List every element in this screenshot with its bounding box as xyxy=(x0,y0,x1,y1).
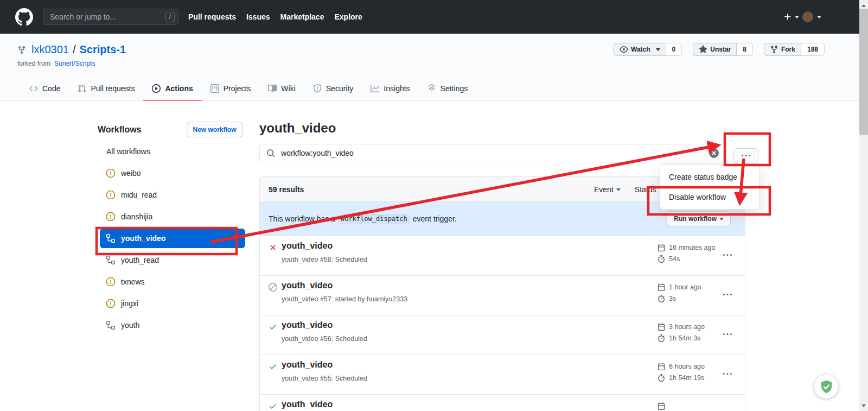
tab-projects[interactable]: Projects xyxy=(202,77,260,101)
run-title-link[interactable]: youth_video xyxy=(282,360,333,370)
scroll-down-icon[interactable] xyxy=(859,402,868,411)
run-title-link[interactable]: youth_video xyxy=(282,241,333,251)
run-options-kebab-icon[interactable] xyxy=(723,251,732,260)
global-search-input[interactable] xyxy=(49,12,165,22)
tab-security[interactable]: Security xyxy=(304,77,362,101)
run-workflow-button[interactable]: Run workflow xyxy=(667,211,731,226)
sidebar-item-weibo[interactable]: weibo xyxy=(95,162,247,184)
user-menu[interactable] xyxy=(802,11,821,22)
star-group: Unstar 8 xyxy=(693,43,753,56)
tab-label: Projects xyxy=(224,84,251,93)
sidebar-item-dianshijia[interactable]: dianshijia xyxy=(95,206,247,227)
tab-code[interactable]: Code xyxy=(21,77,69,101)
run-options-kebab-icon[interactable] xyxy=(723,330,732,339)
run-subtitle: youth_video #55: Scheduled xyxy=(282,375,367,382)
global-nav-pull-requests[interactable]: Pull requests xyxy=(188,12,236,21)
watch-button[interactable]: Watch xyxy=(614,43,666,56)
workflow-runs-search[interactable] xyxy=(259,144,725,162)
sidebar-item-jingxi[interactable]: jingxi xyxy=(95,293,247,314)
workflow-run-row[interactable]: youth_videoyouth_video #58: Scheduled16 … xyxy=(260,236,745,275)
notice-text: event trigger. xyxy=(413,214,457,223)
repo-owner-link[interactable]: lxk0301 xyxy=(31,43,69,56)
global-nav-explore[interactable]: Explore xyxy=(334,12,362,21)
menu-item-disable-workflow[interactable]: Disable workflow xyxy=(660,187,759,207)
github-actions-page: / Pull requestsIssuesMarketplaceExplore … xyxy=(0,0,868,411)
fork-button[interactable]: Fork xyxy=(764,43,801,56)
run-options-kebab-icon[interactable] xyxy=(723,290,732,299)
code-icon xyxy=(29,84,38,93)
results-count: 59 results xyxy=(269,185,304,194)
github-logo-icon[interactable] xyxy=(15,8,33,26)
run-time-text: 6 hours ago xyxy=(669,363,705,370)
repo-action-buttons: Watch 0 Unstar 8 Fork 188 xyxy=(614,43,825,56)
sidebar-item-label: weibo xyxy=(121,169,141,178)
failed-x-icon xyxy=(269,243,277,252)
tab-label: Pull requests xyxy=(91,84,135,93)
warning-icon xyxy=(106,299,115,308)
forked-from-link[interactable]: Sunert/Scripts xyxy=(54,60,95,67)
sidebar-item-label: youth_video xyxy=(121,234,165,243)
notice-text: This workflow has a xyxy=(269,214,335,223)
filter-status[interactable]: Status xyxy=(635,185,663,194)
tab-wiki[interactable]: Wiki xyxy=(259,77,304,101)
sidebar-item-youth-video[interactable]: youth_video xyxy=(100,229,245,248)
sidebar-item-label: youth xyxy=(121,321,139,330)
sidebar-item-youth-read[interactable]: youth_read xyxy=(95,249,247,271)
calendar-icon xyxy=(658,244,665,251)
tab-pull-requests[interactable]: Pull requests xyxy=(69,77,143,101)
workflow-options-menu: Create status badgeDisable workflow xyxy=(660,165,760,210)
filter-label: Event xyxy=(594,185,614,194)
repo-name-link[interactable]: Scripts-1 xyxy=(80,43,126,56)
clear-search-icon[interactable] xyxy=(709,148,719,158)
chevron-down-icon xyxy=(719,218,724,223)
run-title-link[interactable]: youth_video xyxy=(282,320,333,330)
menu-item-create-status-badge[interactable]: Create status badge xyxy=(660,167,759,187)
sidebar-item-label: midu_read xyxy=(121,191,157,199)
workflow-run-row[interactable]: youth_videoyouth_video #57: started by h… xyxy=(260,275,745,315)
run-time-text: 1 hour ago xyxy=(669,283,701,291)
sidebar-item-txnews[interactable]: txnews xyxy=(95,271,247,293)
sidebar-item-youth[interactable]: youth xyxy=(95,314,247,336)
run-title-link[interactable]: youth_video xyxy=(282,281,333,290)
sidebar-item-all-workflows[interactable]: All workflows xyxy=(95,141,247,162)
shield-check-icon xyxy=(819,380,834,394)
chevron-down-icon xyxy=(656,48,660,53)
workflow-runs-search-input[interactable] xyxy=(280,148,709,158)
gear-icon xyxy=(427,84,436,93)
shield-icon xyxy=(313,84,322,93)
tab-label: Code xyxy=(42,84,60,93)
fork-count[interactable]: 188 xyxy=(801,43,825,56)
run-title-link[interactable]: youth_video xyxy=(282,400,333,409)
run-options-kebab-icon[interactable] xyxy=(723,370,732,378)
tab-label: Security xyxy=(326,84,354,93)
stopwatch-icon xyxy=(658,374,665,382)
search-icon xyxy=(266,149,275,157)
browser-scrollbar[interactable] xyxy=(859,0,868,411)
new-workflow-button[interactable]: New workflow xyxy=(187,122,242,137)
plus-icon xyxy=(783,12,792,21)
global-search[interactable]: / xyxy=(43,9,178,25)
run-rows: youth_videoyouth_video #58: Scheduled16 … xyxy=(260,236,745,411)
global-nav-issues[interactable]: Issues xyxy=(246,12,270,21)
adguard-extension-button[interactable] xyxy=(814,375,838,399)
tab-settings[interactable]: Settings xyxy=(419,77,477,101)
scrollbar-thumb[interactable] xyxy=(859,9,868,135)
global-nav-marketplace[interactable]: Marketplace xyxy=(280,12,324,21)
tab-insights[interactable]: Insights xyxy=(362,77,418,101)
watch-count[interactable]: 0 xyxy=(666,43,682,56)
filter-event[interactable]: Event xyxy=(594,185,621,194)
x-circle-fill-icon xyxy=(709,148,719,158)
workflow-icon xyxy=(106,256,115,264)
warning-icon xyxy=(106,277,115,286)
unstar-button[interactable]: Unstar xyxy=(693,43,737,56)
sidebar-item-midu-read[interactable]: midu_read xyxy=(95,184,247,206)
chevron-down-icon xyxy=(795,16,799,21)
star-count[interactable]: 8 xyxy=(737,43,753,56)
workflow-run-row[interactable]: youth_video xyxy=(260,394,745,411)
create-new-menu[interactable] xyxy=(783,12,799,21)
tab-actions[interactable]: Actions xyxy=(143,77,201,101)
run-time: 6 hours ago xyxy=(658,361,705,372)
scroll-up-icon[interactable] xyxy=(859,0,868,9)
workflow-run-row[interactable]: youth_videoyouth_video #55: Scheduled6 h… xyxy=(260,355,745,394)
workflow-run-row[interactable]: youth_videoyouth_video #56: Scheduled3 h… xyxy=(260,315,745,355)
